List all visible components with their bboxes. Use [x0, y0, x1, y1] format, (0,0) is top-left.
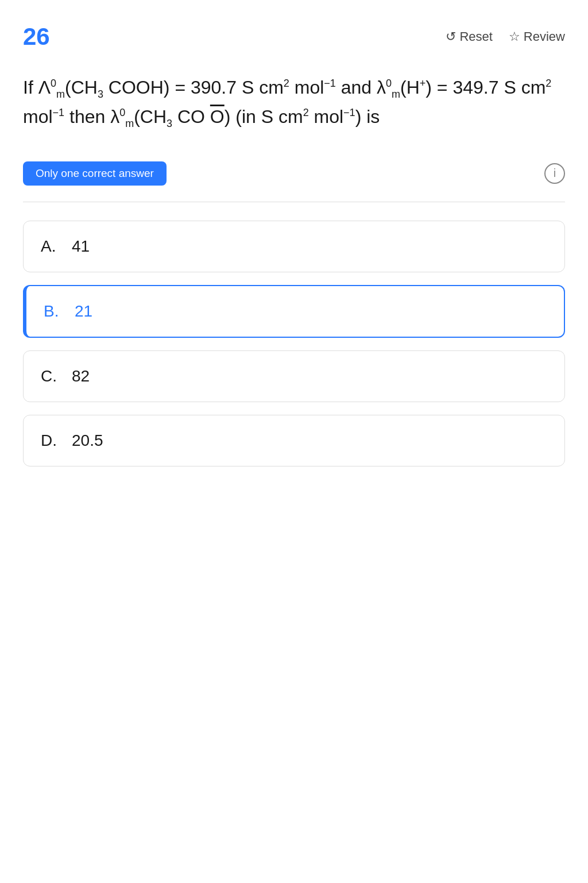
- option-a-value: 41: [72, 237, 90, 256]
- review-label: Review: [524, 29, 565, 44]
- option-c-value: 82: [72, 367, 90, 385]
- option-b-letter: B.: [44, 302, 61, 321]
- option-c[interactable]: C. 82: [23, 350, 565, 402]
- badge-row: Only one correct answer i: [23, 161, 565, 186]
- option-d-value: 20.5: [72, 431, 103, 450]
- star-icon: ☆: [509, 29, 520, 44]
- option-c-letter: C.: [41, 367, 58, 385]
- option-d-letter: D.: [41, 431, 58, 450]
- info-button[interactable]: i: [544, 163, 565, 184]
- page-container: 26 ↺ Reset ☆ Review If Λ0m(CH3 COOH) = 3…: [0, 0, 588, 883]
- option-a-letter: A.: [41, 237, 58, 256]
- option-a[interactable]: A. 41: [23, 221, 565, 272]
- option-b-value: 21: [75, 302, 92, 321]
- reset-button[interactable]: ↺ Reset: [446, 29, 492, 44]
- reset-label: Reset: [459, 29, 492, 44]
- header-actions: ↺ Reset ☆ Review: [446, 29, 565, 44]
- option-d[interactable]: D. 20.5: [23, 415, 565, 466]
- info-icon: i: [554, 167, 556, 180]
- review-button[interactable]: ☆ Review: [509, 29, 565, 44]
- divider: [23, 202, 565, 202]
- answer-type-badge: Only one correct answer: [23, 161, 167, 186]
- reset-icon: ↺: [446, 29, 456, 44]
- header-row: 26 ↺ Reset ☆ Review: [23, 23, 565, 51]
- options-list: A. 41 B. 21 C. 82 D. 20.5: [23, 221, 565, 466]
- question-body: If Λ0m(CH3 COOH) = 390.7 S cm2 mol−1 and…: [23, 74, 565, 133]
- option-b[interactable]: B. 21: [23, 285, 565, 338]
- question-number: 26: [23, 23, 50, 51]
